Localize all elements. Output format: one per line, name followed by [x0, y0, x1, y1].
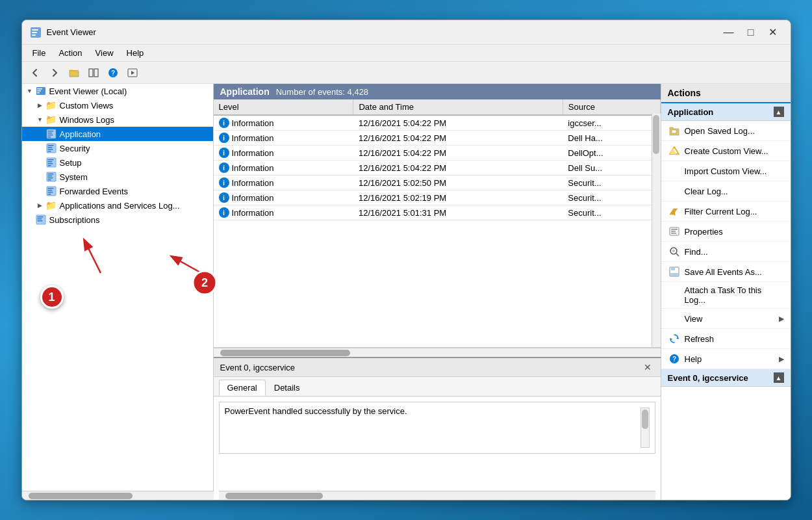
- detail-hscrollbar[interactable]: [219, 491, 655, 500]
- tree-expander-as[interactable]: ▶: [35, 200, 45, 211]
- action-clear-log[interactable]: Clear Log...: [661, 181, 791, 202]
- action-refresh[interactable]: Refresh: [661, 329, 791, 349]
- action-find[interactable]: Find...: [661, 242, 791, 262]
- action-view[interactable]: View ▶: [661, 309, 791, 329]
- col-datetime[interactable]: Date and Time: [353, 99, 563, 115]
- actions-section-application: Application ▲: [661, 103, 791, 121]
- import-custom-view-label: Import Custom View...: [685, 166, 767, 176]
- tree-item-setup[interactable]: Setup: [22, 155, 213, 170]
- tree-item-application[interactable]: Application: [22, 127, 213, 141]
- detail-hscroll-thumb[interactable]: [225, 493, 323, 499]
- action-attach-task[interactable]: Attach a Task To this Log...: [661, 282, 791, 309]
- svg-rect-23: [47, 151, 51, 152]
- tree-expander-wl[interactable]: ▼: [35, 114, 45, 125]
- cell-datetime: 12/16/2021 5:04:22 PM: [353, 131, 563, 146]
- svg-rect-36: [47, 190, 52, 191]
- svg-rect-2: [32, 32, 37, 33]
- columns-button[interactable]: [84, 64, 103, 81]
- table-hscrollbar[interactable]: [214, 348, 661, 357]
- col-source[interactable]: Source: [563, 99, 660, 115]
- cell-source: Securit...: [563, 190, 660, 205]
- detail-title: Event 0, igccservice: [220, 363, 296, 372]
- detail-vscroll-thumb[interactable]: [642, 410, 648, 429]
- folder-icon-cv: 📁: [45, 99, 57, 111]
- action-open-saved-log[interactable]: Open Saved Log...: [661, 121, 791, 141]
- log-icon-app: [45, 128, 57, 140]
- tree-item-system[interactable]: System: [22, 170, 213, 184]
- cell-source: Dell Su...: [563, 161, 660, 176]
- evtvwr-icon: [35, 85, 47, 97]
- open-folder-button[interactable]: [65, 64, 83, 81]
- svg-rect-1: [32, 29, 38, 31]
- menu-bar: File Action View Help: [22, 45, 791, 62]
- tree-expander-cv[interactable]: ▶: [35, 100, 45, 110]
- create-custom-view-icon: [668, 144, 681, 157]
- log-icon-fwd: [45, 185, 57, 197]
- tree-item-custom-views[interactable]: ▶ 📁 Custom Views: [22, 98, 213, 112]
- svg-rect-11: [37, 88, 42, 90]
- table-row[interactable]: iInformation12/16/2021 5:04:22 PMDell Su…: [214, 161, 661, 176]
- table-row[interactable]: iInformation12/16/2021 5:02:50 PMSecurit…: [214, 176, 661, 190]
- table-hscroll-thumb[interactable]: [220, 350, 350, 356]
- action-properties[interactable]: Properties: [661, 222, 791, 242]
- menu-action[interactable]: Action: [53, 47, 87, 59]
- action-import-custom-view[interactable]: Import Custom View...: [661, 161, 791, 181]
- actions-section-title-app: Application: [668, 107, 714, 117]
- tree-item-windows-logs[interactable]: ▼ 📁 Windows Logs: [22, 112, 213, 127]
- minimize-button[interactable]: —: [719, 25, 739, 40]
- action-filter-current-log[interactable]: Filter Current Log...: [661, 202, 791, 222]
- col-level[interactable]: Level: [214, 99, 353, 115]
- action-save-all-events[interactable]: Save All Events As...: [661, 262, 791, 282]
- action-help[interactable]: ? Help ▶: [661, 349, 791, 369]
- cell-source: DellOpt...: [563, 146, 660, 161]
- svg-rect-33: [47, 179, 51, 181]
- forward-button[interactable]: [45, 64, 64, 81]
- toolbar: ?: [22, 62, 791, 84]
- svg-rect-21: [47, 147, 52, 148]
- menu-help[interactable]: Help: [121, 47, 149, 59]
- collapse-event-button[interactable]: ▲: [774, 372, 784, 383]
- cell-level: iInformation: [214, 131, 353, 146]
- tab-general[interactable]: General: [219, 380, 266, 396]
- open-saved-log-icon: [668, 124, 681, 137]
- play-button[interactable]: [123, 64, 142, 81]
- tree-item-app-services[interactable]: ▶ 📁 Applications and Services Log...: [22, 198, 213, 213]
- action-create-custom-view[interactable]: Create Custom View...: [661, 141, 791, 161]
- tree-item-security[interactable]: Security: [22, 141, 213, 155]
- find-icon: [668, 245, 681, 258]
- info-icon: i: [219, 118, 229, 128]
- help-toolbar-button[interactable]: ?: [104, 64, 122, 81]
- table-row[interactable]: iInformation12/16/2021 5:04:22 PMDell Ha…: [214, 131, 661, 146]
- svg-rect-18: [47, 136, 51, 138]
- close-button[interactable]: ✕: [763, 25, 783, 40]
- table-row[interactable]: iInformation12/16/2021 5:04:22 PMigccser…: [214, 115, 661, 131]
- tab-details[interactable]: Details: [266, 380, 309, 396]
- table-row[interactable]: iInformation12/16/2021 5:01:31 PMSecurit…: [214, 205, 661, 220]
- clear-log-label: Clear Log...: [685, 187, 728, 196]
- right-panel: Actions Application ▲ Open Saved Log...: [661, 84, 791, 500]
- tree-item-subscriptions[interactable]: Subscriptions: [22, 213, 213, 227]
- log-icon-sec: [45, 142, 57, 154]
- events-section: Application Number of events: 4,428 Leve…: [214, 84, 661, 357]
- table-vscroll[interactable]: [652, 114, 661, 347]
- maximize-button[interactable]: □: [741, 25, 761, 40]
- svg-line-52: [676, 254, 679, 256]
- menu-file[interactable]: File: [27, 47, 51, 59]
- table-row[interactable]: iInformation12/16/2021 5:04:22 PMDellOpt…: [214, 146, 661, 161]
- svg-rect-49: [671, 231, 676, 232]
- events-table-container[interactable]: Level Date and Time Source iInformation1…: [214, 99, 661, 348]
- tree-item-root[interactable]: ▼ Event Viewer (Local): [22, 84, 213, 98]
- back-button[interactable]: [26, 64, 44, 81]
- table-vscroll-thumb[interactable]: [653, 115, 659, 154]
- left-scrollbar-thumb[interactable]: [29, 493, 133, 499]
- detail-vscroll[interactable]: [641, 408, 650, 448]
- menu-view[interactable]: View: [90, 47, 119, 59]
- tree-expander-root[interactable]: ▼: [25, 86, 35, 96]
- svg-rect-5: [94, 69, 98, 77]
- table-row[interactable]: iInformation12/16/2021 5:02:19 PMSecurit…: [214, 190, 661, 205]
- left-panel-scrollbar[interactable]: [22, 491, 214, 500]
- detail-header: Event 0, igccservice ✕: [214, 358, 661, 377]
- collapse-app-button[interactable]: ▲: [774, 107, 784, 117]
- detail-close-button[interactable]: ✕: [641, 361, 654, 374]
- tree-item-forwarded[interactable]: Forwarded Events: [22, 184, 213, 198]
